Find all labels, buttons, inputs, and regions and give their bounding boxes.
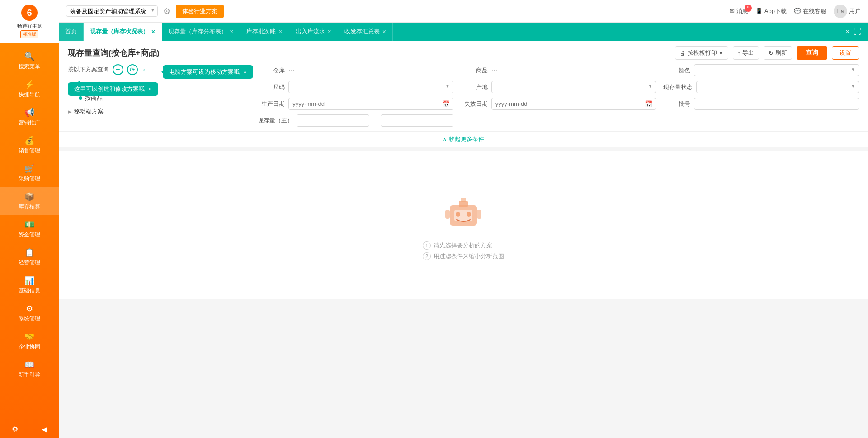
- main-area: 装备及固定资产辅助管理系统 ⚙ 体验行业方案 ✉ 消息 9 📱 App下载 💬 …: [59, 0, 868, 438]
- sidebar-item-sales[interactable]: 💰 销售管理: [0, 131, 59, 159]
- scheme-mobile-arrow-icon: ▶: [68, 109, 71, 115]
- quick-nav-icon: ⚡: [24, 80, 34, 89]
- reset-button[interactable]: 设置: [832, 46, 859, 60]
- filter-expire-date-row: 失效日期 📅: [461, 98, 656, 110]
- tab-fullscreen-icon[interactable]: ⛶: [852, 27, 863, 37]
- print-icon: 🖨: [680, 50, 686, 57]
- collapse-sidebar-icon[interactable]: ◀: [42, 425, 47, 433]
- chevron-down-icon: ▼: [719, 51, 723, 56]
- tab-close-icon-4[interactable]: ×: [328, 28, 331, 35]
- tab-batch-account-label: 库存批次账: [246, 28, 276, 36]
- stock-range: —: [297, 114, 453, 127]
- tab-close-icon-2[interactable]: ×: [230, 28, 233, 35]
- sidebar-bottom: ⚙ ◀: [0, 420, 59, 438]
- tooltip2-text: 这里可以创建和修改方案哦: [74, 85, 145, 93]
- add-scheme-button[interactable]: +: [113, 64, 123, 75]
- page-content: 现存量查询(按仓库+商品) 🖨 按模板打印 ▼ ↑ 导出 ↻ 刷新: [59, 41, 868, 438]
- empty-step-1: 1 请先选择要分析的方案: [423, 241, 504, 250]
- tab-recv-summary[interactable]: 收发存汇总表 ×: [338, 23, 393, 41]
- refresh-icon: ↻: [769, 50, 774, 57]
- tooltip-pc-scheme: 电脑方案可设为移动方案哦 ×: [163, 65, 253, 79]
- system-select[interactable]: 装备及固定资产辅助管理系统: [66, 5, 158, 17]
- message-button[interactable]: ✉ 消息 9: [730, 7, 748, 15]
- filter-batch-row: 批号: [663, 98, 859, 110]
- prod-date-input[interactable]: [288, 98, 453, 110]
- origin-select-wrap: [491, 81, 656, 93]
- phone-icon: 📱: [755, 8, 763, 14]
- sidebar-label-sales: 销售管理: [19, 147, 40, 155]
- tooltip-scheme-create: 这里可以创建和修改方案哦 ×: [68, 82, 158, 96]
- tab-close-all-icon[interactable]: ×: [843, 27, 852, 37]
- sidebar-item-search-menu[interactable]: 🔍 搜索菜单: [0, 47, 59, 75]
- collapse-filter-row[interactable]: ∧ 收起更多条件: [59, 131, 868, 147]
- empty-step-2: 2 用过滤条件来缩小分析范围: [423, 252, 504, 260]
- back-icon[interactable]: ←: [142, 65, 150, 75]
- logo-icon: 6: [21, 5, 38, 21]
- tab-bar: 首页 现存量（库存状况表） × 现存量（库存分布表） × 库存批次账 × 出入库…: [59, 23, 868, 41]
- sidebar-item-inventory[interactable]: 📦 库存核算: [0, 187, 59, 215]
- purchase-icon: 🛒: [24, 164, 34, 174]
- svg-rect-6: [445, 210, 450, 219]
- tab-close-icon-3[interactable]: ×: [278, 28, 282, 35]
- size-select[interactable]: [288, 81, 453, 93]
- batch-label: 批号: [663, 100, 690, 108]
- sidebar-item-guide[interactable]: 📖 新手引导: [0, 355, 59, 383]
- stock-main-label: 现存量（主）: [258, 117, 293, 125]
- header-left: 装备及固定资产辅助管理系统 ⚙ 体验行业方案: [66, 5, 224, 18]
- template-print-button[interactable]: 🖨 按模板打印 ▼: [675, 46, 728, 60]
- system-icon: ⚙: [26, 304, 33, 314]
- export-icon: ↑: [738, 50, 741, 57]
- stock-status-label: 现存量状态: [663, 83, 693, 91]
- query-button[interactable]: 查询: [797, 46, 827, 60]
- industry-button[interactable]: 体验行业方案: [176, 5, 224, 18]
- filter-prod-date-row: 生产日期 📅: [258, 98, 453, 110]
- tab-home[interactable]: 首页: [59, 23, 84, 41]
- color-select[interactable]: [694, 64, 859, 76]
- expire-date-label: 失效日期: [461, 100, 488, 108]
- app-download-button[interactable]: 📱 App下载: [755, 7, 787, 15]
- tab-close-icon[interactable]: ×: [151, 28, 155, 35]
- sidebar-item-ops[interactable]: 📋 经营管理: [0, 243, 59, 271]
- sidebar-item-system[interactable]: ⚙ 系统管理: [0, 299, 59, 327]
- tab-inventory-status[interactable]: 现存量（库存状况表） ×: [84, 23, 162, 41]
- sidebar-item-marketing[interactable]: 📢 营销推广: [0, 103, 59, 131]
- user-menu[interactable]: Ea 用户: [834, 5, 861, 18]
- sidebar-label-search: 搜索菜单: [19, 63, 40, 71]
- gear-icon[interactable]: ⚙: [163, 6, 170, 16]
- origin-select[interactable]: [491, 81, 656, 93]
- online-service-label: 在线客服: [803, 7, 826, 15]
- warehouse-dots[interactable]: ···: [288, 66, 294, 75]
- goods-dots[interactable]: ···: [491, 66, 497, 75]
- tab-in-out-flow[interactable]: 出入库流水 ×: [289, 23, 338, 41]
- tooltip2-close-icon[interactable]: ×: [148, 85, 152, 93]
- online-service-button[interactable]: 💬 在线客服: [794, 7, 826, 15]
- template-print-label: 按模板打印: [688, 49, 717, 57]
- sidebar-item-enterprise[interactable]: 🤝 企业协同: [0, 327, 59, 355]
- tab-close-icon-5[interactable]: ×: [382, 28, 386, 35]
- marketing-icon: 📢: [24, 108, 34, 118]
- stock-main-from-input[interactable]: [297, 114, 369, 127]
- stock-main-to-input[interactable]: [381, 114, 453, 127]
- stock-status-select[interactable]: [696, 81, 859, 93]
- sidebar-label-purchase: 采购管理: [19, 175, 40, 183]
- guide-icon: 📖: [24, 360, 34, 370]
- sidebar-item-quick-nav[interactable]: ⚡ 快捷导航: [0, 75, 59, 103]
- sidebar-item-finance[interactable]: 💵 资金管理: [0, 215, 59, 243]
- tab-batch-account[interactable]: 库存批次账 ×: [240, 23, 289, 41]
- tooltip1-close-icon[interactable]: ×: [243, 68, 247, 75]
- batch-input[interactable]: [694, 98, 859, 110]
- expire-date-input[interactable]: [491, 98, 656, 110]
- empty-illustration: [441, 187, 486, 232]
- settings-icon[interactable]: ⚙: [12, 425, 18, 433]
- export-button[interactable]: ↑ 导出: [733, 46, 760, 60]
- sync-scheme-button[interactable]: ⟳: [127, 64, 138, 75]
- ops-icon: 📋: [24, 248, 34, 258]
- filter-scheme-label: 按以下方案查询: [68, 66, 109, 74]
- sidebar-item-basic[interactable]: 📊 基础信息: [0, 271, 59, 299]
- filter-size-row: 尺码: [258, 81, 453, 93]
- tab-bar-end: × ⛶: [839, 27, 868, 37]
- scheme-mobile-item[interactable]: ▶ 移动端方案: [68, 106, 158, 118]
- sidebar-item-purchase[interactable]: 🛒 采购管理: [0, 159, 59, 187]
- refresh-button[interactable]: ↻ 刷新: [764, 46, 792, 60]
- tab-inventory-dist[interactable]: 现存量（库存分布表） ×: [162, 23, 240, 41]
